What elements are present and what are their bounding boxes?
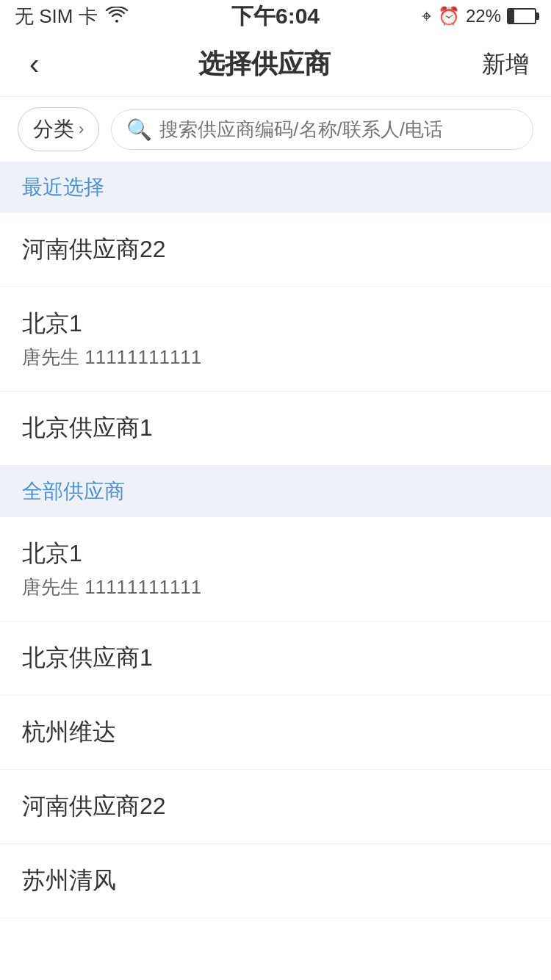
search-box: 🔍 (111, 109, 533, 150)
battery-label: 22% (466, 6, 501, 26)
item-name: 北京1 (22, 308, 529, 340)
nav-bar: ‹ 选择供应商 新增 (0, 32, 551, 97)
chevron-right-icon: › (79, 120, 84, 139)
item-name: 苏州清风 (22, 865, 529, 897)
gps-icon: ⌖ (422, 6, 432, 26)
all-section-header: 全部供应商 (0, 466, 551, 517)
category-filter-button[interactable]: 分类 › (18, 107, 99, 151)
status-bar: 无 SIM 卡 下午6:04 ⌖ ⏰ 22% (0, 0, 551, 32)
recent-list: 河南供应商22北京1唐先生 11111111111北京供应商1 (0, 213, 551, 466)
item-sub: 唐先生 11111111111 (22, 574, 529, 600)
list-item[interactable]: 北京1唐先生 11111111111 (0, 287, 551, 392)
search-input[interactable] (159, 118, 518, 141)
list-item[interactable]: 河南供应商22 (0, 770, 551, 844)
all-list: 北京1唐先生 11111111111北京供应商1杭州维达河南供应商22苏州清风 (0, 517, 551, 918)
item-name: 河南供应商22 (22, 234, 529, 266)
list-item[interactable]: 北京1唐先生 11111111111 (0, 517, 551, 621)
category-label: 分类 (33, 115, 74, 143)
item-sub: 唐先生 11111111111 (22, 345, 529, 370)
page-title: 选择供应商 (198, 46, 331, 82)
battery-icon (507, 8, 536, 24)
item-name: 杭州维达 (22, 716, 529, 749)
item-name: 河南供应商22 (22, 790, 529, 823)
item-name: 北京供应商1 (22, 412, 529, 444)
status-time: 下午6:04 (231, 1, 320, 32)
filter-bar: 分类 › 🔍 (0, 97, 551, 162)
carrier-label: 无 SIM 卡 (15, 4, 98, 29)
search-icon: 🔍 (126, 118, 152, 142)
recent-section-header: 最近选择 (0, 162, 551, 213)
alarm-icon: ⏰ (438, 6, 460, 26)
status-left: 无 SIM 卡 (15, 4, 129, 29)
status-right: ⌖ ⏰ 22% (422, 6, 536, 26)
list-item[interactable]: 苏州清风 (0, 844, 551, 918)
back-button[interactable]: ‹ (22, 40, 46, 88)
list-item[interactable]: 北京供应商1 (0, 621, 551, 696)
item-name: 北京供应商1 (22, 642, 529, 674)
list-item[interactable]: 杭州维达 (0, 696, 551, 770)
list-item[interactable]: 河南供应商22 (0, 213, 551, 287)
wifi-icon (105, 5, 129, 28)
list-item[interactable]: 北京供应商1 (0, 392, 551, 466)
item-name: 北京1 (22, 538, 529, 570)
add-button[interactable]: 新增 (482, 48, 529, 81)
